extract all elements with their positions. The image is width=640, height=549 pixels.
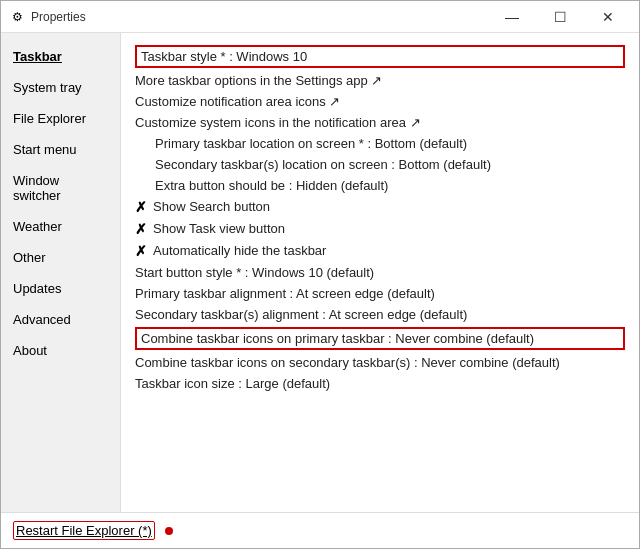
title-bar: ⚙ Properties — ☐ ✕ bbox=[1, 1, 639, 33]
prop-text: Secondary taskbar(s) alignment : At scre… bbox=[135, 307, 467, 322]
prop-text: More taskbar options in the Settings app… bbox=[135, 73, 382, 88]
status-dot bbox=[165, 527, 173, 535]
footer: Restart File Explorer (*) bbox=[1, 512, 639, 548]
x-mark-icon: ✗ bbox=[135, 221, 147, 237]
prop-text: Primary taskbar alignment : At screen ed… bbox=[135, 286, 435, 301]
x-mark-icon: ✗ bbox=[135, 243, 147, 259]
prop-item-1: More taskbar options in the Settings app… bbox=[135, 70, 625, 91]
maximize-button[interactable]: ☐ bbox=[537, 5, 583, 29]
prop-text: Taskbar style * : Windows 10 bbox=[141, 49, 307, 64]
prop-text: Start button style * : Windows 10 (defau… bbox=[135, 265, 374, 280]
prop-item-12: Secondary taskbar(s) alignment : At scre… bbox=[135, 304, 625, 325]
x-mark-icon: ✗ bbox=[135, 199, 147, 215]
sidebar-item-about[interactable]: About bbox=[1, 335, 120, 366]
sidebar-item-file-explorer[interactable]: File Explorer bbox=[1, 103, 120, 134]
window-controls: — ☐ ✕ bbox=[489, 5, 631, 29]
sidebar-item-other[interactable]: Other bbox=[1, 242, 120, 273]
restart-explorer-button[interactable]: Restart File Explorer (*) bbox=[13, 521, 155, 540]
app-icon: ⚙ bbox=[9, 9, 25, 25]
prop-item-13: Combine taskbar icons on primary taskbar… bbox=[135, 327, 625, 350]
sidebar-item-system-tray[interactable]: System tray bbox=[1, 72, 120, 103]
prop-item-3: Customize system icons in the notificati… bbox=[135, 112, 625, 133]
prop-text: Secondary taskbar(s) location on screen … bbox=[155, 157, 491, 172]
sidebar-item-advanced[interactable]: Advanced bbox=[1, 304, 120, 335]
prop-text: Taskbar icon size : Large (default) bbox=[135, 376, 330, 391]
prop-text: Show Task view button bbox=[153, 221, 285, 236]
sidebar-item-start-menu[interactable]: Start menu bbox=[1, 134, 120, 165]
minimize-button[interactable]: — bbox=[489, 5, 535, 29]
main-panel: Taskbar style * : Windows 10More taskbar… bbox=[121, 33, 639, 512]
prop-text: Primary taskbar location on screen * : B… bbox=[155, 136, 467, 151]
sidebar-item-taskbar[interactable]: Taskbar bbox=[1, 41, 120, 72]
prop-text: Combine taskbar icons on secondary taskb… bbox=[135, 355, 560, 370]
prop-item-5: Secondary taskbar(s) location on screen … bbox=[135, 154, 625, 175]
sidebar-item-weather[interactable]: Weather bbox=[1, 211, 120, 242]
sidebar-item-updates[interactable]: Updates bbox=[1, 273, 120, 304]
prop-item-4: Primary taskbar location on screen * : B… bbox=[135, 133, 625, 154]
window-content: TaskbarSystem trayFile ExplorerStart men… bbox=[1, 33, 639, 512]
properties-window: ⚙ Properties — ☐ ✕ TaskbarSystem trayFil… bbox=[0, 0, 640, 549]
prop-text: Automatically hide the taskbar bbox=[153, 243, 326, 258]
close-button[interactable]: ✕ bbox=[585, 5, 631, 29]
prop-text: Customize notification area icons ↗ bbox=[135, 94, 340, 109]
prop-item-10: Start button style * : Windows 10 (defau… bbox=[135, 262, 625, 283]
prop-item-6: Extra button should be : Hidden (default… bbox=[135, 175, 625, 196]
prop-item-2: Customize notification area icons ↗ bbox=[135, 91, 625, 112]
prop-text: Customize system icons in the notificati… bbox=[135, 115, 421, 130]
window-title: Properties bbox=[31, 10, 489, 24]
prop-text: Show Search button bbox=[153, 199, 270, 214]
prop-text: Combine taskbar icons on primary taskbar… bbox=[141, 331, 534, 346]
prop-item-11: Primary taskbar alignment : At screen ed… bbox=[135, 283, 625, 304]
sidebar: TaskbarSystem trayFile ExplorerStart men… bbox=[1, 33, 121, 512]
prop-item-0: Taskbar style * : Windows 10 bbox=[135, 45, 625, 68]
prop-item-7: ✗Show Search button bbox=[135, 196, 625, 218]
sidebar-item-window-switcher[interactable]: Window switcher bbox=[1, 165, 120, 211]
prop-item-15: Taskbar icon size : Large (default) bbox=[135, 373, 625, 394]
prop-item-14: Combine taskbar icons on secondary taskb… bbox=[135, 352, 625, 373]
prop-item-9: ✗Automatically hide the taskbar bbox=[135, 240, 625, 262]
prop-item-8: ✗Show Task view button bbox=[135, 218, 625, 240]
prop-text: Extra button should be : Hidden (default… bbox=[155, 178, 388, 193]
